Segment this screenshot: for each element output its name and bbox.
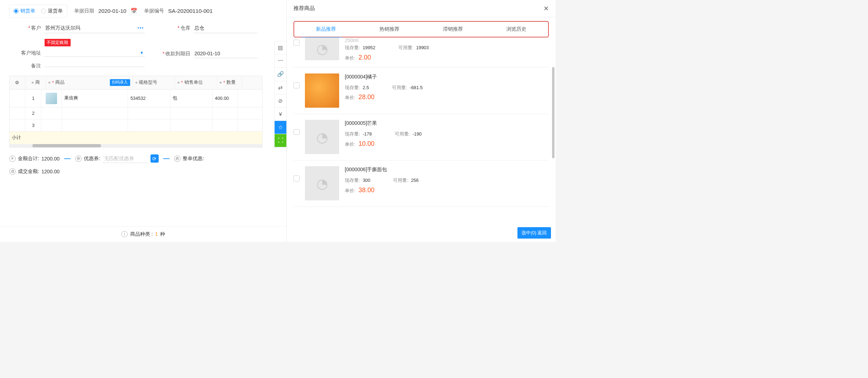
product-checkbox[interactable] bbox=[293, 40, 300, 46]
product-name: [0000006]手撕面包 bbox=[345, 166, 549, 173]
product-grid: ⚙ ◆商 ◆*商品扫码录入 ◆规格型号 ◆*销售单位 ◆*数量 1 果倍爽 53… bbox=[9, 76, 262, 148]
placeholder-icon: ◔ bbox=[316, 129, 328, 145]
product-image: ◔ bbox=[305, 166, 339, 200]
warehouse-field: *仓库 总仓 bbox=[158, 23, 257, 33]
subtotal-label: 小计 bbox=[10, 132, 26, 144]
product-thumbnail bbox=[46, 93, 57, 104]
toolbar-star-icon[interactable]: ☆ bbox=[275, 121, 287, 134]
product-count-label: 商品种类 : bbox=[130, 231, 153, 237]
refresh-button[interactable]: ⟳ bbox=[150, 154, 159, 163]
stock-value: -178 bbox=[363, 131, 372, 137]
customer-input[interactable]: 苏州万达沃尔玛 ••• bbox=[44, 23, 145, 33]
side-toolbar: ▤ 〰 🔗 ⇄ ⊘ ¥ ☆ ⛶ bbox=[274, 41, 287, 148]
product-name: [0000004]橘子 bbox=[345, 73, 549, 80]
radio-sales-order[interactable]: 销货单 bbox=[14, 7, 35, 14]
toolbar-cancel-icon[interactable]: ⊘ bbox=[275, 94, 287, 108]
remark-input[interactable] bbox=[44, 64, 145, 67]
discount-icon: 惠 bbox=[174, 155, 180, 162]
product-checkbox[interactable] bbox=[293, 129, 300, 135]
price-label: 单价: bbox=[345, 188, 356, 193]
qty-cell[interactable]: 400.00 bbox=[213, 90, 238, 107]
spec-cell[interactable]: 534532 bbox=[128, 90, 170, 107]
due-date-field: *收款到期日 2020-01-10 bbox=[158, 49, 257, 58]
toolbar-currency-icon[interactable]: ¥ bbox=[275, 108, 287, 121]
account-period-badge: 不固定账期 bbox=[45, 39, 71, 46]
address-field: 客户地址 ▼ bbox=[9, 49, 145, 57]
tab-history[interactable]: 浏览历史 bbox=[485, 22, 548, 37]
toolbar-expand-icon[interactable]: ⛶ bbox=[275, 134, 287, 147]
grid-body: 1 果倍爽 534532 包 400.00 2 3 bbox=[10, 90, 262, 132]
stock-label: 现存量: bbox=[345, 85, 360, 90]
product-card: ◔ [0000006]手撕面包 现存量:300 可用量:256 单价:38.00 bbox=[293, 160, 548, 207]
total-value: 1200.00 bbox=[41, 156, 60, 162]
total-label: 成交金额: bbox=[18, 168, 39, 175]
price-value: 2.00 bbox=[358, 54, 371, 61]
tab-slow-products[interactable]: 滞销推荐 bbox=[421, 22, 485, 37]
price-label: 单价: bbox=[345, 95, 356, 100]
table-row[interactable]: 3 bbox=[10, 119, 262, 132]
product-checkbox[interactable] bbox=[293, 175, 300, 182]
product-count-value: 1 bbox=[155, 231, 158, 237]
toolbar-swap-icon[interactable]: ⇄ bbox=[275, 81, 287, 94]
product-image: ◔ bbox=[305, 120, 339, 154]
totals-area: ¥ 金额合计: 1200.00 — 券 优惠券: 无匹配优惠券 ⟳ — 惠 整单… bbox=[9, 154, 277, 175]
select-return-button[interactable]: 选中(0) 返回 bbox=[517, 227, 551, 239]
total-value: 1200.00 bbox=[41, 169, 60, 174]
toolbar-link-icon[interactable]: 🔗 bbox=[275, 68, 287, 81]
order-discount: 惠 整单优惠: bbox=[174, 155, 204, 162]
col-header-spec[interactable]: ◆规格型号 bbox=[133, 76, 175, 89]
coupon-icon: 券 bbox=[75, 155, 82, 162]
bottom-status-bar: i 商品种类 : 1 种 bbox=[0, 226, 286, 242]
product-card: [0000004]橘子 现存量:2.5 可用量:-681.5 单价:28.00 bbox=[293, 67, 548, 114]
table-row[interactable]: 1 果倍爽 534532 包 400.00 bbox=[10, 90, 262, 108]
field-label: 备注 bbox=[9, 62, 41, 69]
unit-cell[interactable]: 包 bbox=[170, 90, 213, 107]
warehouse-input[interactable]: 总仓 bbox=[194, 23, 257, 33]
tab-hot-products[interactable]: 热销推荐 bbox=[358, 22, 421, 37]
doc-header: 销货单 退货单 单据日期 2020-01-10 📅 单据编号 SA-202001… bbox=[9, 5, 277, 17]
product-checkbox[interactable] bbox=[293, 82, 300, 88]
price-label: 单价: bbox=[345, 142, 356, 147]
scrollbar-thumb[interactable] bbox=[32, 144, 101, 147]
scan-input-button[interactable]: 扫码录入 bbox=[110, 79, 130, 86]
doc-type-radio-group: 销货单 退货单 bbox=[9, 5, 67, 17]
stock-value: 300 bbox=[363, 178, 370, 183]
calendar-icon[interactable]: 📅 bbox=[131, 8, 137, 14]
address-select[interactable]: ▼ bbox=[44, 49, 145, 57]
coupon-input[interactable]: 无匹配优惠券 bbox=[102, 154, 148, 163]
avail-value: 256 bbox=[411, 178, 419, 183]
placeholder-icon: ◔ bbox=[316, 175, 328, 191]
subtotal-row: 小计 bbox=[10, 132, 262, 144]
toolbar-chart-icon[interactable]: 〰 bbox=[275, 55, 287, 68]
col-header-unit[interactable]: ◆*销售单位 bbox=[175, 76, 217, 89]
toolbar-doc-icon[interactable]: ▤ bbox=[275, 41, 287, 55]
input-value: 总仓 bbox=[194, 25, 204, 31]
settings-column[interactable]: ⚙ bbox=[10, 76, 26, 89]
total-label: 整单优惠: bbox=[183, 155, 204, 162]
col-header-product[interactable]: ◆*商品扫码录入 bbox=[46, 76, 133, 89]
panel-footer: 选中(0) 返回 bbox=[517, 227, 551, 239]
avail-value: -190 bbox=[413, 131, 422, 137]
price-value: 10.00 bbox=[358, 140, 374, 147]
col-header-qty[interactable]: ◆*数量 bbox=[217, 76, 242, 89]
close-icon[interactable]: ✕ bbox=[543, 5, 549, 12]
doc-date-field[interactable]: 单据日期 2020-01-10 📅 bbox=[74, 7, 137, 14]
product-list[interactable]: ◔ 250ml 现存量:19952 可用量:19903 单价:2.00 [000… bbox=[287, 37, 556, 242]
due-date-input[interactable]: 2020-01-10 bbox=[194, 49, 257, 58]
grid-header: ⚙ ◆商 ◆*商品扫码录入 ◆规格型号 ◆*销售单位 ◆*数量 bbox=[10, 76, 262, 90]
table-row[interactable]: 2 bbox=[10, 107, 262, 119]
more-dots-icon[interactable]: ••• bbox=[138, 25, 144, 31]
radio-return-order[interactable]: 退货单 bbox=[41, 7, 63, 14]
recommend-tabs-highlight: 新品推荐 热销推荐 滞销推荐 浏览历史 bbox=[293, 21, 548, 37]
vertical-scrollbar[interactable] bbox=[552, 67, 555, 158]
product-image bbox=[305, 73, 339, 108]
tab-new-products[interactable]: 新品推荐 bbox=[294, 22, 358, 37]
row-index: 3 bbox=[25, 119, 41, 131]
horizontal-scrollbar[interactable] bbox=[10, 144, 262, 147]
panel-header: 推荐商品 ✕ bbox=[287, 0, 556, 17]
product-name-cell[interactable]: 果倍爽 bbox=[62, 90, 128, 107]
product-name: 250ml bbox=[345, 37, 549, 43]
radio-label: 退货单 bbox=[48, 7, 63, 14]
col-header-image[interactable]: ◆商 bbox=[25, 76, 46, 89]
input-value: 2020-01-10 bbox=[194, 51, 220, 56]
